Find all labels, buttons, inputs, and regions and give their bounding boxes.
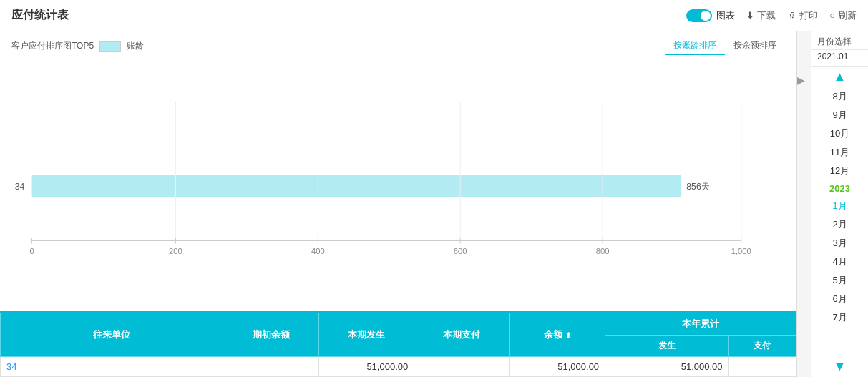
bar-y-label: 34 xyxy=(15,182,25,192)
arrow-up-icon xyxy=(834,69,847,84)
svg-text:600: 600 xyxy=(454,247,467,255)
header-actions: 图表 ⬇ 下载 🖨 打印 ○ 刷新 xyxy=(686,9,857,22)
table-body: 34 51,000.00 51,000.00 51,000.00 xyxy=(1,357,796,377)
download-label: 下载 xyxy=(757,9,776,22)
sidebar-collapse-icon: ▶ xyxy=(797,74,805,86)
chart-body: 34 856天 0 200 400 600 xyxy=(0,61,796,311)
chart-header: 客户应付排序图TOP5 账龄 按账龄排序 按余额排序 xyxy=(0,31,796,61)
sidebar-scroll-down-button[interactable] xyxy=(811,356,868,377)
sidebar-selected-value: 2021.01 xyxy=(811,50,868,67)
sidebar-title: 月份选择 xyxy=(811,31,868,50)
cell-current-pay xyxy=(414,357,509,377)
table-section: 往来单位 期初余额 本期发生 本期支付 余额 ⬆ 本年累计 xyxy=(0,311,796,377)
col-balance-header: 余额 ⬆ xyxy=(509,313,605,357)
sort-by-age-button[interactable]: 按账龄排序 xyxy=(665,37,725,55)
col-ytd-pay-header: 支付 xyxy=(728,336,796,357)
table-row: 34 51,000.00 51,000.00 51,000.00 xyxy=(1,357,796,377)
col-unit-header: 往来单位 xyxy=(1,313,223,357)
bar-end-label: 856天 xyxy=(686,182,709,192)
legend-label: 客户应付排序图TOP5 xyxy=(11,40,94,52)
sort-by-balance-button[interactable]: 按余额排序 xyxy=(725,37,785,55)
chart-panel: 客户应付排序图TOP5 账龄 按账龄排序 按余额排序 34 856天 xyxy=(0,31,796,377)
sidebar-month-12[interactable]: 12月 xyxy=(811,162,868,180)
chart-toggle-wrap[interactable]: 图表 xyxy=(686,9,735,22)
data-table: 往来单位 期初余额 本期发生 本期支付 余额 ⬆ 本年累计 xyxy=(0,313,796,377)
legend-box xyxy=(99,41,121,52)
print-button[interactable]: 🖨 打印 xyxy=(787,9,818,22)
sidebar-month-2[interactable]: 2月 xyxy=(811,215,868,234)
sidebar-month-5[interactable]: 5月 xyxy=(811,271,868,290)
chart-sort-buttons: 按账龄排序 按余额排序 xyxy=(665,37,785,55)
col-current-occur-header: 本期发生 xyxy=(318,313,414,357)
sidebar-month-7[interactable]: 7月 xyxy=(811,308,868,327)
sidebar-month-9[interactable]: 9月 xyxy=(811,106,868,124)
right-sidebar: 月份选择 2021.01 8月 9月 10月 11月 12月 2023 1月 2… xyxy=(811,31,868,377)
sidebar-month-10[interactable]: 10月 xyxy=(811,124,868,143)
legend-box-label: 账龄 xyxy=(127,40,144,52)
col-ytd-occur-header: 发生 xyxy=(605,336,728,357)
col-ytd-header: 本年累计 xyxy=(605,313,796,336)
sidebar-toggle-strip[interactable]: ▶ xyxy=(796,31,811,377)
cell-opening xyxy=(223,357,318,377)
cell-ytd-occur: 51,000.00 xyxy=(605,357,728,377)
sidebar-month-8[interactable]: 8月 xyxy=(811,87,868,106)
refresh-label: 刷新 xyxy=(838,9,857,22)
sidebar-month-3[interactable]: 3月 xyxy=(811,234,868,253)
page-title: 应付统计表 xyxy=(11,8,686,23)
balance-label: 余额 xyxy=(544,329,562,340)
refresh-button[interactable]: ○ 刷新 xyxy=(829,9,857,22)
chart-svg: 34 856天 0 200 400 600 xyxy=(11,68,785,304)
sidebar-months-list: 8月 9月 10月 11月 12月 2023 1月 2月 3月 4月 5月 6月… xyxy=(811,87,868,356)
cell-unit[interactable]: 34 xyxy=(1,357,223,377)
svg-text:200: 200 xyxy=(169,247,182,255)
main-content: 客户应付排序图TOP5 账龄 按账龄排序 按余额排序 34 856天 xyxy=(0,31,868,377)
sidebar-month-1[interactable]: 1月 xyxy=(811,197,868,215)
svg-text:1,000: 1,000 xyxy=(731,247,751,255)
cell-balance: 51,000.00 xyxy=(509,357,605,377)
sidebar-month-4[interactable]: 4月 xyxy=(811,253,868,271)
balance-icon: ⬆ xyxy=(565,331,571,339)
col-current-pay-header: 本期支付 xyxy=(414,313,509,357)
chart-toggle-label: 图表 xyxy=(716,9,735,22)
col-opening-header: 期初余额 xyxy=(223,313,318,357)
print-icon: 🖨 xyxy=(787,10,796,21)
refresh-icon: ○ xyxy=(829,10,835,21)
table-wrap: 往来单位 期初余额 本期发生 本期支付 余额 ⬆ 本年累计 xyxy=(0,313,796,377)
download-icon: ⬇ xyxy=(746,10,754,21)
sidebar-month-11[interactable]: 11月 xyxy=(811,143,868,162)
chart-bar xyxy=(32,175,682,197)
chart-legend: 客户应付排序图TOP5 账龄 xyxy=(11,40,144,52)
app-header: 应付统计表 图表 ⬇ 下载 🖨 打印 ○ 刷新 xyxy=(0,0,868,31)
sidebar-year-2023[interactable]: 2023 xyxy=(811,180,868,197)
sidebar-month-6[interactable]: 6月 xyxy=(811,290,868,308)
svg-text:400: 400 xyxy=(311,247,325,255)
print-label: 打印 xyxy=(799,9,818,22)
arrow-down-icon xyxy=(834,359,847,374)
svg-text:800: 800 xyxy=(596,247,610,255)
download-button[interactable]: ⬇ 下载 xyxy=(746,9,776,22)
table-header-row: 往来单位 期初余额 本期发生 本期支付 余额 ⬆ 本年累计 xyxy=(1,313,796,336)
toggle-knob xyxy=(701,11,711,21)
cell-current-occur: 51,000.00 xyxy=(318,357,414,377)
cell-ytd-pay xyxy=(728,357,796,377)
sidebar-scroll-up-button[interactable] xyxy=(811,67,868,87)
chart-toggle[interactable] xyxy=(686,9,712,22)
svg-text:0: 0 xyxy=(29,247,34,255)
